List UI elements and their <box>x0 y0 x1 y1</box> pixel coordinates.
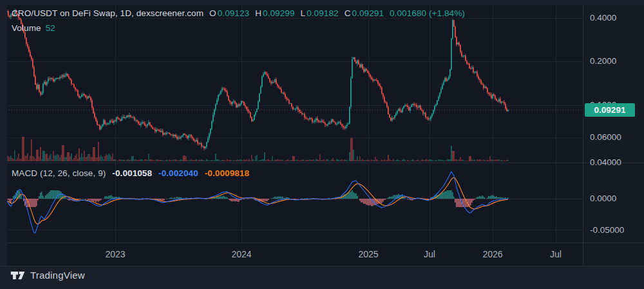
tradingview-logo-text: TradingView <box>30 270 85 281</box>
tradingview-logo-icon <box>10 270 26 281</box>
time-axis-tick: Jul <box>412 249 448 259</box>
price-axis-tick: 0.04000 <box>590 157 643 168</box>
tradingview-chart-widget: CRO/USDT on DeFi Swap, 1D, dexscreener.c… <box>0 0 644 289</box>
price-axis-tick: 0.1000 <box>590 99 643 111</box>
price-axis-tick: 0.4000 <box>590 12 643 24</box>
time-axis-tick: 2024 <box>223 249 260 259</box>
price-axis-tick: 0.2000 <box>590 55 643 67</box>
time-axis-tick: 2026 <box>475 249 511 259</box>
price-axis-tick: -0.05000 <box>590 224 643 236</box>
price-axis-tick: 0.0000 <box>590 193 643 204</box>
tradingview-logo[interactable]: TradingView <box>10 270 85 281</box>
time-axis-tick: Jul <box>538 249 574 259</box>
chart-canvas[interactable] <box>0 0 644 289</box>
price-axis-tick: 0.06000 <box>590 132 643 143</box>
time-axis-tick: 2023 <box>97 249 133 259</box>
time-axis-tick: 2025 <box>350 249 386 259</box>
